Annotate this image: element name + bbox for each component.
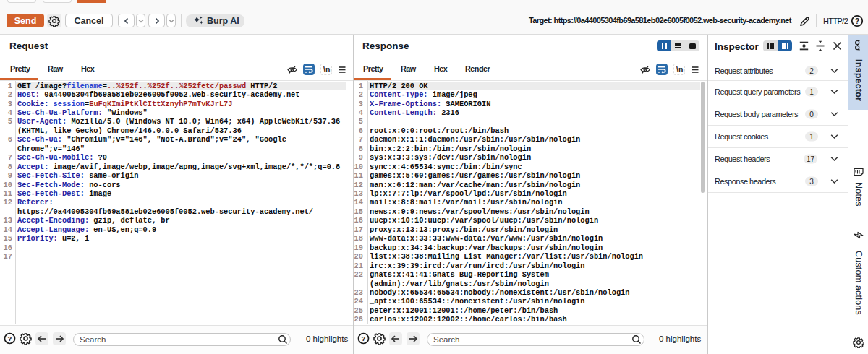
svg-text:?: ?: [8, 334, 12, 342]
svg-text:?: ?: [362, 334, 366, 342]
svg-text:?: ?: [855, 17, 859, 25]
